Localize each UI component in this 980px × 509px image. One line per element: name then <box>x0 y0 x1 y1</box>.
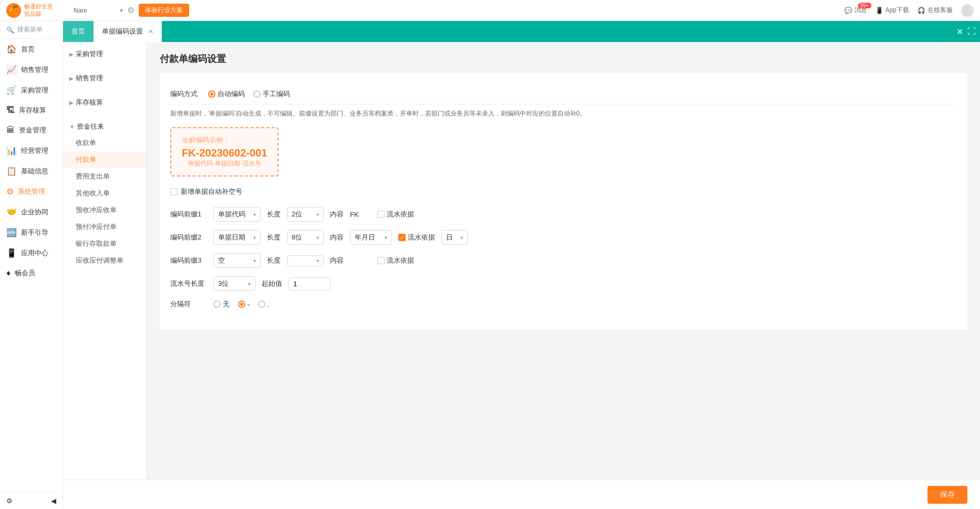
serial-label: 流水号长度 <box>170 279 207 288</box>
message-icon: 💬 <box>844 7 852 14</box>
sidebar-item-basic-info[interactable]: 📋 基础信息 <box>0 161 63 181</box>
user-avatar[interactable] <box>961 4 974 17</box>
settings-icon[interactable]: ⚙ <box>127 5 135 15</box>
tab-encoding-settings[interactable]: 单据编码设置 ✕ <box>94 21 162 42</box>
sidebar-item-enterprise[interactable]: 🤝 企业协同 <box>0 202 63 222</box>
sub-item-receivable-adjust[interactable]: 应收应付调整单 <box>63 252 147 269</box>
logo-icon: 🍊 <box>6 3 21 18</box>
tab-close-all-icon[interactable]: ✕ <box>956 27 963 37</box>
sidebar-item-purchase[interactable]: 🛒 采购管理 <box>0 80 63 100</box>
config-row-prefix3: 编码前缀3 空 ▾ 长度 ▾ 内容 流水依据 <box>170 253 957 268</box>
stream1-checkbox[interactable] <box>377 211 385 218</box>
auto-encode-option[interactable]: 自动编码 <box>208 89 245 99</box>
prefix3-select[interactable]: 空 ▾ <box>213 253 261 268</box>
sidebar-item-membership[interactable]: ♦ 畅会员 <box>0 263 63 283</box>
sub-item-payment[interactable]: 付款单 <box>63 151 147 168</box>
sidebar-item-label: 畅会员 <box>15 268 35 278</box>
content2-select[interactable]: 年月日 ▾ <box>350 230 392 245</box>
settings-card: 编码方式 自动编码 手工编码 新增单据时，'单据编码'自动生成，不可编辑。前缀设… <box>160 74 967 330</box>
sep-dash-radio[interactable] <box>238 300 245 308</box>
manual-encode-option[interactable]: 手工编码 <box>253 89 290 99</box>
sub-group-capital-title[interactable]: ▼ 资金往来 <box>63 119 147 134</box>
prefix1-select[interactable]: 单据代码 ▾ <box>213 207 261 222</box>
prefix1-value: 单据代码 <box>218 210 245 219</box>
company-name: Nare <box>74 7 116 14</box>
sidebar-item-label: 经营管理 <box>21 146 48 155</box>
sub-group-inventory-title[interactable]: ▶ 库存核算 <box>63 95 147 110</box>
system-icon: ⚙ <box>6 186 14 196</box>
length3-select[interactable]: ▾ <box>287 255 324 266</box>
expand-icon: ▼ <box>69 124 75 130</box>
start-value-input[interactable] <box>288 277 331 290</box>
prefix2-value: 单据日期 <box>218 233 245 242</box>
sep-dot-label: . <box>267 300 270 308</box>
separator-dash[interactable]: - <box>238 300 250 308</box>
sub-group-purchase: ▶ 采购管理 <box>63 42 147 66</box>
sidebar-item-inventory-calc[interactable]: 🏗 库存核算 <box>0 100 63 120</box>
app-download-button[interactable]: 📱 App下载 <box>875 6 909 15</box>
stream3-checkbox[interactable] <box>377 257 385 264</box>
info-text: 新增单据时，'单据编码'自动生成，不可编辑。前缀设置为部门、业务员等档案类，开单… <box>170 109 957 119</box>
operations-icon: 📊 <box>6 146 17 155</box>
separator-dot[interactable]: . <box>258 300 270 308</box>
sub-item-advance-payment[interactable]: 预付冲应付单 <box>63 219 147 235</box>
sidebar-item-home[interactable]: 🏠 首页 <box>0 39 63 59</box>
sub-group-purchase-title[interactable]: ▶ 采购管理 <box>63 46 147 62</box>
experience-button[interactable]: 体验行业方案 <box>139 4 189 17</box>
sidebar-item-app-center[interactable]: 📱 应用中心 <box>0 243 63 263</box>
sub-item-expense[interactable]: 费用支出单 <box>63 168 147 185</box>
stream2-unit-select[interactable]: 日 ▾ <box>441 230 468 245</box>
sidebar-item-guide[interactable]: 🆕 新手引导 <box>0 222 63 243</box>
prefix3-arrow: ▾ <box>253 258 256 264</box>
separator-none[interactable]: 无 <box>213 299 230 309</box>
sidebar-settings-icon[interactable]: ⚙ <box>6 497 13 505</box>
length1-arrow: ▾ <box>316 212 319 217</box>
serial-select[interactable]: 3位 ▾ <box>213 276 255 291</box>
sidebar-collapse-icon[interactable]: ◀ <box>51 497 56 505</box>
sidebar-item-system[interactable]: ⚙ 系统管理 <box>0 181 63 202</box>
chevron-icon[interactable]: ▾ <box>120 7 123 14</box>
manual-encode-radio[interactable] <box>253 90 261 98</box>
basic-info-icon: 📋 <box>6 166 17 176</box>
length2-select[interactable]: 8位 ▾ <box>287 230 324 245</box>
sidebar-search[interactable]: 🔍 搜索菜单 <box>0 21 63 39</box>
sep-none-radio[interactable] <box>213 300 221 308</box>
collapse-icon: ▶ <box>69 51 74 57</box>
header-right: 💬 消息 99+ 📱 App下载 🎧 在线客服 <box>844 4 974 17</box>
auto-fill-row: 新增单据自动补空号 <box>170 187 957 196</box>
inventory-calc-icon: 🏗 <box>6 106 15 115</box>
tab-maximize-icon[interactable]: ⛶ <box>967 27 976 36</box>
prefix2-select[interactable]: 单据日期 ▾ <box>213 230 261 245</box>
sidebar-item-finance[interactable]: 🏛 资金管理 <box>0 120 63 140</box>
length1-select[interactable]: 2位 ▾ <box>287 207 324 222</box>
tab-home[interactable]: 首页 <box>63 21 94 42</box>
sub-group-sales-title[interactable]: ▶ 销售管理 <box>63 70 147 86</box>
auto-encode-radio[interactable] <box>208 90 215 98</box>
sep-dot-radio[interactable] <box>258 300 265 308</box>
tab-close-icon[interactable]: ✕ <box>148 28 153 35</box>
sub-item-receipt[interactable]: 收款单 <box>63 134 147 151</box>
sub-item-advance-receipt[interactable]: 预收冲应收单 <box>63 202 147 219</box>
content1-label: 内容 <box>330 210 344 219</box>
stream3-checkbox-row: 流水依据 <box>377 256 414 265</box>
sub-item-other-income[interactable]: 其他收入单 <box>63 185 147 202</box>
sep-none-label: 无 <box>223 299 230 309</box>
online-service-icon: 🎧 <box>917 7 925 14</box>
sidebar-bottom: ⚙ ◀ <box>0 492 63 509</box>
stream1-label: 流水依据 <box>387 210 414 219</box>
save-button[interactable]: 保存 <box>927 486 967 504</box>
sub-item-bank-deposit[interactable]: 银行存取款单 <box>63 235 147 252</box>
prefix3-label: 编码前缀3 <box>170 256 207 265</box>
sidebar-item-sales[interactable]: 📈 销售管理 <box>0 59 63 80</box>
auto-encode-label: 自动编码 <box>218 89 245 99</box>
bottom-bar: 保存 <box>63 480 980 509</box>
sidebar-item-label: 应用中心 <box>21 248 48 258</box>
tab-bar: 首页 单据编码设置 ✕ ✕ ⛶ <box>63 21 980 42</box>
sidebar-item-operations[interactable]: 📊 经营管理 <box>0 140 63 161</box>
collapse-icon: ▶ <box>69 100 74 106</box>
message-button[interactable]: 💬 消息 99+ <box>844 6 867 15</box>
stream2-checkbox[interactable]: ✓ <box>398 234 406 241</box>
online-service-button[interactable]: 🎧 在线客服 <box>917 6 953 15</box>
stream2-checkbox-row: ✓ 流水依据 <box>398 233 435 242</box>
auto-fill-checkbox[interactable] <box>170 188 178 195</box>
